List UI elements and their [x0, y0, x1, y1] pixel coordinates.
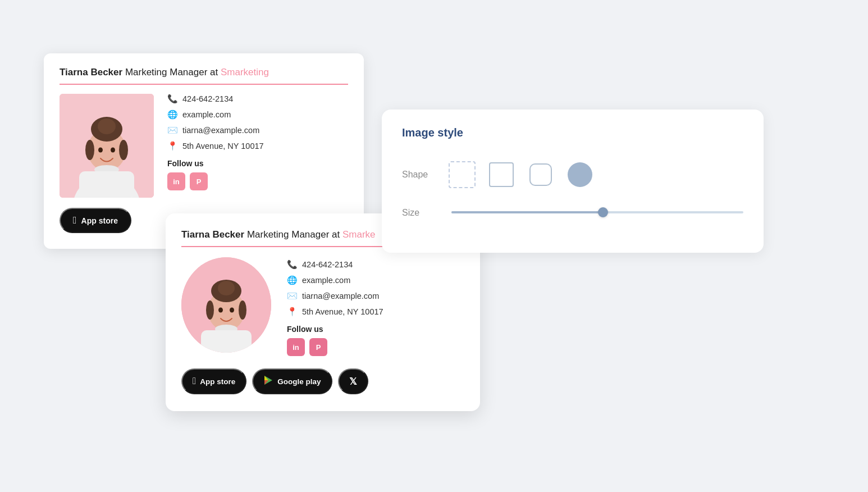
pinterest-icon[interactable]: P: [190, 172, 208, 190]
linkedin-icon2[interactable]: in: [287, 338, 305, 356]
svg-point-21: [230, 308, 234, 313]
address-value2: 5th Avenue, NY 10017: [302, 307, 383, 316]
location-icon: 📍: [167, 141, 178, 151]
address-row: 📍 5th Avenue, NY 10017: [167, 141, 348, 151]
googleplay-label: Google play: [277, 377, 321, 386]
social-icons2: in P: [287, 338, 462, 356]
card2-photo: [181, 257, 271, 353]
svg-rect-23: [201, 330, 252, 353]
address-row2: 📍 5th Avenue, NY 10017: [287, 307, 462, 317]
card2-body: 📞 424-642-2134 🌐 example.com ✉️ tiarna@e…: [181, 257, 462, 356]
follow-label: Follow us: [167, 159, 348, 168]
svg-point-19: [239, 300, 246, 320]
globe-icon: 🌐: [167, 110, 178, 120]
phone-row2: 📞 424-642-2134: [287, 259, 462, 270]
card2-role: Marketing Manager at: [247, 229, 342, 240]
website-row: 🌐 example.com: [167, 110, 348, 120]
shape-options: [447, 160, 595, 190]
card2-name: Tiarna Becker: [181, 229, 244, 240]
pinterest-icon2[interactable]: P: [309, 338, 327, 356]
card2-brand: Smarke: [342, 229, 376, 240]
rounded-shape: [529, 163, 552, 186]
square-shape: [489, 162, 514, 187]
location-icon2: 📍: [287, 307, 298, 317]
svg-point-8: [98, 148, 103, 153]
size-label: Size: [402, 208, 447, 218]
twitter-button[interactable]: 𝕏: [338, 368, 368, 394]
website-row2: 🌐 example.com: [287, 275, 462, 285]
card2-info: 📞 424-642-2134 🌐 example.com ✉️ tiarna@e…: [287, 257, 462, 356]
shape-label: Shape: [402, 170, 447, 180]
person-image: [60, 94, 154, 198]
svg-point-5: [98, 119, 116, 134]
svg-point-9: [111, 148, 115, 153]
card1-info: 📞 424-642-2134 🌐 example.com ✉️ tiarna@e…: [167, 94, 348, 190]
apple-icon: : [73, 215, 77, 226]
size-row: Size: [402, 208, 743, 218]
svg-point-7: [119, 140, 128, 160]
play-icon: [263, 375, 273, 388]
email-icon2: ✉️: [287, 291, 298, 301]
social-icons: in P: [167, 172, 348, 190]
card1-role: Marketing Manager at: [125, 67, 221, 78]
phone-icon: 📞: [167, 94, 178, 104]
email-row2: ✉️ tiarna@example.com: [287, 291, 462, 301]
email-row: ✉️ tiarna@example.com: [167, 125, 348, 135]
twitter-icon: 𝕏: [349, 376, 357, 388]
image-style-panel: Image style Shape Size: [382, 110, 764, 253]
appstore-button2[interactable]:  App store: [181, 368, 246, 394]
slider-thumb[interactable]: [598, 207, 608, 217]
shape-dashed-option[interactable]: [447, 160, 477, 190]
globe-icon2: 🌐: [287, 275, 298, 285]
email-value2: tiarna@example.com: [302, 291, 379, 300]
email-icon: ✉️: [167, 125, 178, 135]
slider-fill: [451, 211, 603, 213]
address-value: 5th Avenue, NY 10017: [182, 142, 264, 151]
slider-track: [451, 211, 743, 213]
apple-icon2: : [193, 376, 196, 387]
card2-buttons:  App store Google play 𝕏: [181, 368, 462, 394]
phone-icon2: 📞: [287, 259, 298, 270]
circle-shape: [568, 162, 592, 187]
card1-header: Tiarna Becker Marketing Manager at Smark…: [60, 67, 348, 85]
svg-point-20: [218, 308, 223, 313]
googleplay-button[interactable]: Google play: [252, 368, 332, 394]
website-value: example.com: [182, 110, 231, 119]
card1-body: 📞 424-642-2134 🌐 example.com ✉️ tiarna@e…: [60, 94, 348, 198]
email-value: tiarna@example.com: [182, 126, 259, 135]
svg-rect-11: [79, 171, 134, 198]
svg-point-17: [218, 281, 235, 295]
card1-name: Tiarna Becker: [60, 67, 122, 78]
shape-row: Shape: [402, 160, 743, 190]
website-value2: example.com: [302, 276, 350, 285]
phone-value2: 424-642-2134: [302, 260, 353, 269]
appstore-button[interactable]:  App store: [60, 208, 131, 233]
phone-value: 424-642-2134: [182, 94, 233, 103]
phone-row: 📞 424-642-2134: [167, 94, 348, 104]
card1-photo: [60, 94, 154, 198]
panel-title: Image style: [402, 126, 743, 139]
dashed-shape: [449, 161, 476, 188]
size-slider[interactable]: [451, 211, 743, 215]
card1-brand: Smarketing: [221, 67, 269, 78]
linkedin-icon[interactable]: in: [167, 172, 185, 190]
shape-circle-option[interactable]: [565, 160, 595, 190]
svg-point-18: [206, 300, 214, 320]
appstore-label2: App store: [200, 377, 235, 386]
follow-label2: Follow us: [287, 325, 462, 334]
appstore-label: App store: [81, 216, 118, 225]
svg-point-6: [85, 140, 94, 160]
person-image-circle: [181, 257, 271, 353]
shape-rounded-option[interactable]: [526, 160, 556, 190]
shape-square-option[interactable]: [486, 160, 517, 190]
